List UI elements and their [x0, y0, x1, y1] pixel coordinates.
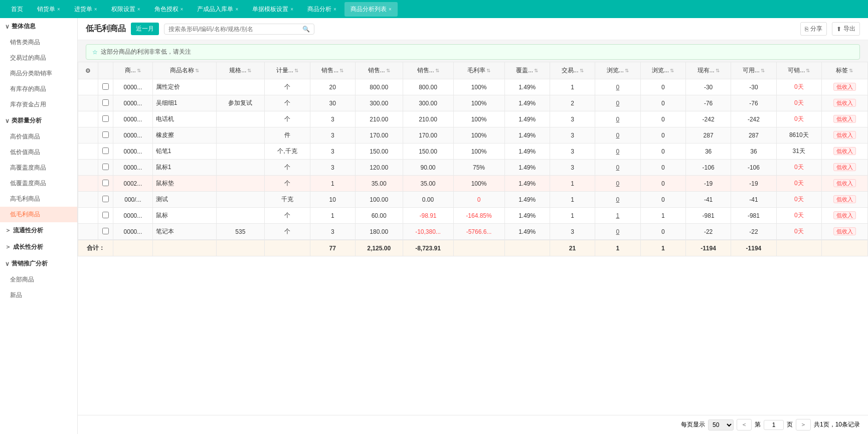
th-unit[interactable]: 计量...⇅ — [265, 62, 310, 79]
page-label: 第 — [755, 420, 761, 429]
sidebar-item-category-rate[interactable]: 商品分类助销率 — [0, 66, 77, 81]
export-button[interactable]: ⬆ 导出 — [832, 22, 860, 36]
sidebar-group-marketing[interactable]: ∨ 营销推广分析 — [0, 255, 77, 272]
nav-close-product-analysis-list[interactable]: × — [389, 7, 392, 12]
cell-checkbox[interactable] — [98, 111, 113, 127]
cell-browse1[interactable]: 0 — [595, 95, 640, 111]
time-filter-button[interactable]: 近一月 — [131, 23, 159, 35]
th-code[interactable]: 商...⇅ — [113, 62, 153, 79]
sidebar-item-stocked-goods[interactable]: 有库存的商品 — [0, 81, 77, 97]
th-name[interactable]: 商品名称⇅ — [152, 62, 216, 79]
cell-browse1[interactable]: 0 — [595, 111, 640, 127]
row-checkbox[interactable] — [102, 115, 109, 122]
cell-checkbox[interactable] — [98, 127, 113, 143]
cell-current-stock: 36 — [685, 143, 731, 160]
row-checkbox[interactable] — [102, 148, 109, 154]
row-checkbox[interactable] — [102, 196, 109, 202]
cell-browse1[interactable]: 0 — [595, 143, 640, 160]
sidebar-item-traded-goods[interactable]: 交易过的商品 — [0, 50, 77, 66]
nav-close-product-analysis[interactable]: × — [333, 7, 336, 12]
nav-product-analysis-list[interactable]: 商品分析列表 × — [344, 2, 398, 17]
th-browse1[interactable]: 浏览...⇅ — [595, 62, 640, 79]
nav-close-sales-order[interactable]: × — [57, 7, 60, 12]
cell-browse1[interactable]: 0 — [595, 224, 640, 240]
page-number-input[interactable] — [764, 420, 784, 430]
th-sales-amount[interactable]: 销售...⇅ — [403, 62, 453, 79]
cell-browse1[interactable]: 0 — [595, 79, 640, 95]
th-settings[interactable]: ⚙ — [78, 62, 98, 79]
page-suffix: 页 — [787, 420, 793, 429]
nav-purchase-order[interactable]: 进货单 × — [68, 2, 103, 17]
th-saleable[interactable]: 可销...⇅ — [776, 62, 821, 79]
th-spec[interactable]: 规格...⇅ — [216, 62, 265, 79]
cell-name: 鼠标垫 — [152, 176, 216, 192]
cell-gross-margin: -5766.6... — [453, 224, 504, 240]
sidebar-item-inventory-capital[interactable]: 库存资金占用 — [0, 97, 77, 112]
cell-browse1[interactable]: 1 — [595, 208, 640, 224]
sidebar-group-cluster[interactable]: ∨ 类群量分析 — [0, 112, 77, 129]
sidebar-item-high-margin[interactable]: 高毛利商品 — [0, 191, 77, 207]
nav-close-product-entry[interactable]: × — [235, 7, 238, 12]
footer-gross-margin — [453, 240, 504, 256]
table-row: 0000... 电话机 个 3 210.00 210.00 100% 1.49%… — [78, 111, 868, 127]
next-page-button[interactable]: ＞ — [796, 419, 811, 430]
row-checkbox[interactable] — [102, 212, 109, 218]
th-gross-margin[interactable]: 毛利率⇅ — [453, 62, 504, 79]
th-current-stock[interactable]: 现有...⇅ — [685, 62, 731, 79]
sidebar-item-high-coverage[interactable]: 高覆盖度商品 — [0, 160, 77, 176]
sidebar-item-low-value[interactable]: 低价值商品 — [0, 144, 77, 160]
th-sales-price[interactable]: 销售...⇅ — [355, 62, 403, 79]
cell-checkbox[interactable] — [98, 192, 113, 208]
sidebar-item-new-goods[interactable]: 新品 — [0, 287, 77, 303]
th-tag[interactable]: 标签⇅ — [821, 62, 867, 79]
row-checkbox[interactable] — [102, 180, 109, 186]
sidebar-item-low-margin[interactable]: 低毛利商品 — [0, 207, 77, 222]
nav-close-purchase-order[interactable]: × — [94, 7, 97, 12]
sidebar-item-high-value[interactable]: 高价值商品 — [0, 129, 77, 144]
nav-permission-settings[interactable]: 权限设置 × — [105, 2, 146, 17]
cell-browse1[interactable]: 0 — [595, 127, 640, 143]
nav-sales-order[interactable]: 销货单 × — [31, 2, 66, 17]
th-sales-qty[interactable]: 销售...⇅ — [310, 62, 355, 79]
search-icon[interactable]: 🔍 — [302, 26, 310, 33]
nav-template-settings[interactable]: 单据模板设置 × — [246, 2, 299, 17]
row-checkbox[interactable] — [102, 131, 109, 138]
cell-browse1[interactable]: 0 — [595, 176, 640, 192]
row-checkbox[interactable] — [102, 164, 109, 170]
cell-checkbox[interactable] — [98, 79, 113, 95]
sidebar-group-growth[interactable]: ＞ 成长性分析 — [0, 239, 77, 255]
th-coverage[interactable]: 覆盖...⇅ — [504, 62, 550, 79]
sidebar-group-overall[interactable]: ∨ 整体信息 — [0, 18, 77, 35]
sidebar-group-liquidity[interactable]: ＞ 流通性分析 — [0, 222, 77, 239]
prev-page-button[interactable]: ＜ — [737, 419, 752, 430]
th-browse2[interactable]: 浏览...⇅ — [640, 62, 685, 79]
nav-close-template-settings[interactable]: × — [290, 7, 293, 12]
sidebar-item-low-coverage[interactable]: 低覆盖度商品 — [0, 176, 77, 191]
share-button[interactable]: ⎘ 分享 — [800, 22, 827, 36]
cell-browse1[interactable]: 0 — [595, 160, 640, 176]
row-checkbox[interactable] — [102, 99, 109, 106]
cell-browse1[interactable]: 0 — [595, 192, 640, 208]
nav-close-permission-settings[interactable]: × — [137, 7, 140, 12]
sidebar-item-all-goods[interactable]: 全部商品 — [0, 272, 77, 287]
cell-checkbox[interactable] — [98, 95, 113, 111]
cell-checkbox[interactable] — [98, 143, 113, 160]
nav-close-role-auth[interactable]: × — [181, 7, 184, 12]
nav-home[interactable]: 首页 — [5, 2, 29, 17]
cell-checkbox[interactable] — [98, 160, 113, 176]
nav-product-analysis[interactable]: 商品分析 × — [301, 2, 342, 17]
page-size-select[interactable]: 50 100 200 — [708, 419, 734, 430]
nav-product-entry[interactable]: 产成品入库单 × — [191, 2, 244, 17]
row-checkbox[interactable] — [102, 83, 109, 90]
row-checkbox[interactable] — [102, 228, 109, 234]
cell-checkbox[interactable] — [98, 208, 113, 224]
cell-gross-margin: 100% — [453, 143, 504, 160]
th-trade[interactable]: 交易...⇅ — [550, 62, 595, 79]
th-available[interactable]: 可用...⇅ — [731, 62, 776, 79]
search-input[interactable] — [168, 26, 302, 33]
table-container[interactable]: ⚙ 商...⇅ 商品名称⇅ 规格...⇅ 计量...⇅ 销售...⇅ 销售...… — [78, 62, 868, 415]
cell-checkbox[interactable] — [98, 224, 113, 240]
sidebar-item-sales-goods[interactable]: 销售类商品 — [0, 35, 77, 50]
cell-checkbox[interactable] — [98, 176, 113, 192]
nav-role-auth[interactable]: 角色授权 × — [148, 2, 190, 17]
